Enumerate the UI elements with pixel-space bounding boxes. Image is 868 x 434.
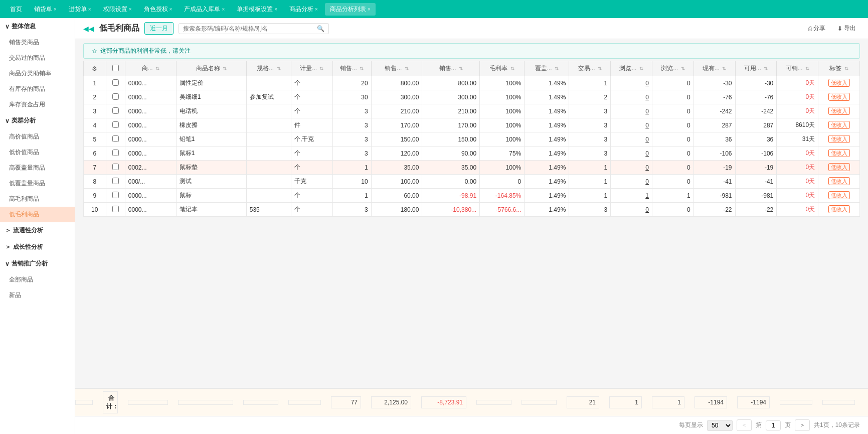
cell-sales-qty: 10 [332, 175, 371, 189]
cell-browse1[interactable]: 0 [611, 203, 652, 217]
col-sellable[interactable]: 可销... ⇅ [777, 61, 818, 76]
col-browse2[interactable]: 浏览... ⇅ [652, 61, 693, 76]
sidebar-item-low-margin[interactable]: 低毛利商品 [0, 207, 75, 222]
close-icon[interactable]: × [274, 7, 277, 12]
close-icon[interactable]: × [169, 7, 172, 12]
cell-checkbox[interactable] [106, 147, 125, 161]
row-checkbox[interactable] [112, 121, 119, 128]
nav-purchase-order[interactable]: 进货单 × [64, 3, 96, 16]
col-sales-price[interactable]: 销售... ⇅ [371, 61, 422, 76]
sidebar-item-high-value[interactable]: 高价值商品 [0, 129, 75, 144]
export-button[interactable]: ⬇ 导出 [833, 23, 860, 34]
col-tag[interactable]: 标签 ⇅ [818, 61, 860, 76]
cell-current-stock: -30 [693, 76, 735, 90]
sidebar-item-traded-goods[interactable]: 交易过的商品 [0, 50, 75, 66]
search-input[interactable] [183, 25, 314, 32]
row-checkbox[interactable] [112, 93, 119, 100]
nav-sales-order[interactable]: 销货单 × [29, 3, 62, 16]
col-available[interactable]: 可用... ⇅ [735, 61, 777, 76]
row-checkbox[interactable] [112, 150, 119, 156]
row-checkbox[interactable] [112, 192, 119, 198]
row-checkbox[interactable] [112, 164, 119, 170]
close-icon[interactable]: × [88, 7, 91, 12]
cell-code: 000/... [125, 175, 176, 189]
sidebar-item-low-value[interactable]: 低价值商品 [0, 144, 75, 160]
filter-recent-month-button[interactable]: 近一月 [144, 22, 173, 35]
nav-permission-settings[interactable]: 权限设置 × [98, 3, 137, 16]
row-checkbox[interactable] [112, 178, 119, 184]
prev-page-button[interactable]: ＜ [737, 419, 752, 431]
close-icon[interactable]: × [315, 7, 318, 12]
col-code[interactable]: 商... ⇅ [125, 61, 176, 76]
col-current-stock[interactable]: 现有... ⇅ [693, 61, 735, 76]
cell-browse1[interactable]: 0 [611, 147, 652, 161]
col-checkbox-all[interactable] [106, 61, 125, 76]
row-checkbox[interactable] [112, 135, 119, 142]
sidebar-item-in-stock[interactable]: 有库存的商品 [0, 81, 75, 97]
sidebar-item-high-margin[interactable]: 高毛利商品 [0, 191, 75, 207]
cell-checkbox[interactable] [106, 175, 125, 189]
select-all-checkbox[interactable] [112, 65, 119, 71]
cell-checkbox[interactable] [106, 189, 125, 203]
col-sales-qty[interactable]: 销售... ⇅ [332, 61, 371, 76]
close-icon[interactable]: × [54, 7, 57, 12]
next-page-button[interactable]: ＞ [795, 419, 810, 431]
cell-browse1[interactable]: 0 [611, 132, 652, 147]
row-checkbox[interactable] [112, 107, 119, 114]
nav-product-storage[interactable]: 产成品入库单 × [179, 3, 230, 16]
sidebar-item-all-goods[interactable]: 全部商品 [0, 272, 75, 287]
sidebar-group-marketing[interactable]: ∨ 营销推广分析 [0, 255, 75, 272]
sidebar-group-circulation[interactable]: ＞ 流通性分析 [0, 222, 75, 239]
cell-checkbox[interactable] [106, 161, 125, 175]
cell-checkbox[interactable] [106, 118, 125, 132]
cell-checkbox[interactable] [106, 90, 125, 104]
nav-role-auth[interactable]: 角色授权 × [139, 3, 178, 16]
cell-checkbox[interactable] [106, 203, 125, 217]
cell-checkbox[interactable] [106, 76, 125, 90]
sidebar-group-cluster[interactable]: ∨ 类群分析 [0, 112, 75, 129]
row-checkbox[interactable] [112, 206, 119, 212]
col-name[interactable]: 商品名称 ⇅ [176, 61, 246, 76]
cell-sales-qty: 3 [332, 147, 371, 161]
sidebar-item-sales-goods[interactable]: 销售类商品 [0, 35, 75, 50]
cell-browse1[interactable]: 0 [611, 104, 652, 118]
sidebar-group-growth[interactable]: ＞ 成长性分析 [0, 239, 75, 255]
cell-tag: 低收入 [818, 104, 860, 118]
col-cover-rate[interactable]: 覆盖... ⇅ [525, 61, 569, 76]
page-number-input[interactable] [766, 420, 781, 430]
nav-product-analysis[interactable]: 商品分析 × [284, 3, 323, 16]
col-browse1[interactable]: 浏览... ⇅ [611, 61, 652, 76]
close-icon[interactable]: × [222, 7, 225, 12]
nav-template-settings[interactable]: 单据模板设置 × [232, 3, 282, 16]
cell-browse1[interactable]: 0 [611, 76, 652, 90]
col-trade[interactable]: 交易... ⇅ [569, 61, 611, 76]
col-gross-margin[interactable]: 毛利率 ⇅ [480, 61, 525, 76]
col-spec[interactable]: 规格... ⇅ [246, 61, 291, 76]
col-sales-profit[interactable]: 销售... ⇅ [422, 61, 480, 76]
sidebar-item-low-coverage[interactable]: 低覆盖量商品 [0, 176, 75, 191]
sidebar-group-overall[interactable]: ∨ 整体信息 [0, 18, 75, 35]
sidebar-item-capital-usage[interactable]: 库存资金占用 [0, 97, 75, 112]
sidebar-item-high-coverage[interactable]: 高覆盖量商品 [0, 160, 75, 176]
cell-browse1[interactable]: 0 [611, 118, 652, 132]
col-settings[interactable]: ⚙ [84, 61, 106, 76]
close-icon[interactable]: × [368, 7, 371, 12]
close-icon[interactable]: × [129, 7, 132, 12]
nav-home[interactable]: 首页 [5, 3, 27, 16]
cell-sales-qty: 3 [332, 118, 371, 132]
share-button[interactable]: ⎙ 分享 [804, 23, 829, 34]
cell-browse1[interactable]: 0 [611, 161, 652, 175]
sidebar-item-category-rate[interactable]: 商品分类助销率 [0, 66, 75, 81]
cell-browse1[interactable]: 0 [611, 90, 652, 104]
collapse-icon[interactable]: ◀◀ [83, 25, 94, 33]
cell-checkbox[interactable] [106, 132, 125, 147]
col-unit[interactable]: 计量... ⇅ [291, 61, 332, 76]
cell-browse1[interactable]: 1 [611, 189, 652, 203]
sidebar-item-new-goods[interactable]: 新品 [0, 287, 75, 303]
nav-product-analysis-list[interactable]: 商品分析列表 × [325, 3, 376, 16]
search-icon[interactable]: 🔍 [317, 25, 324, 32]
page-size-select[interactable]: 50 100 200 [707, 420, 733, 431]
cell-checkbox[interactable] [106, 104, 125, 118]
cell-browse1[interactable]: 0 [611, 175, 652, 189]
row-checkbox[interactable] [112, 79, 119, 86]
